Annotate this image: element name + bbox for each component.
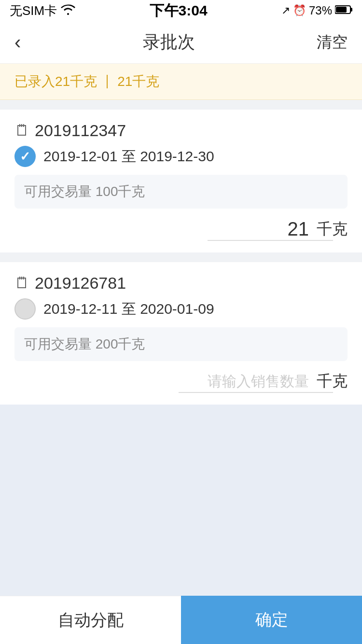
input-row-2: 请输入销售数量 千克: [0, 361, 362, 392]
spacer-area: [0, 405, 362, 596]
batch-1-id: 2019112347: [35, 121, 126, 140]
batch-item-2: 🗒 2019126781 2019-12-11 至 2020-01-09 可用交…: [0, 262, 362, 361]
battery-icon: [335, 4, 352, 17]
batch-1-header: 🗒 2019112347: [14, 121, 348, 140]
batch-2-id: 2019126781: [35, 274, 126, 293]
back-button[interactable]: ‹: [14, 31, 21, 53]
page-title: 录批次: [143, 30, 195, 54]
alarm-icon: ⏰: [293, 4, 306, 17]
auto-distribute-button[interactable]: 自动分配: [0, 596, 181, 644]
clear-button[interactable]: 清空: [317, 32, 348, 53]
input-divider-2: [179, 392, 333, 393]
battery-text: 73%: [309, 4, 332, 17]
batch-1-icon: 🗒: [14, 122, 30, 140]
quantity-divider-1: [208, 240, 333, 241]
input-placeholder-2: 请输入销售数量: [208, 372, 309, 392]
content-area: 已录入21千克 21千克 🗒 2019112347 ✓ 2019-12-01 至…: [0, 64, 362, 596]
status-left: 无SIM卡: [10, 2, 75, 19]
location-icon: ↗: [281, 4, 290, 17]
info-banner: 已录入21千克 21千克: [0, 64, 362, 100]
batch-2-date: 2019-12-11 至 2020-01-09: [43, 299, 214, 319]
confirm-button[interactable]: 确定: [181, 596, 362, 644]
quantity-value-1: 21: [288, 218, 309, 240]
batch-2-icon: 🗒: [14, 274, 30, 292]
batch-2-header: 🗒 2019126781: [14, 274, 348, 293]
quantity-row-1: 21 千克: [0, 209, 362, 240]
status-time: 下午3:04: [150, 1, 208, 21]
status-bar: 无SIM卡 下午3:04 ↗ ⏰ 73%: [0, 0, 362, 21]
status-right: ↗ ⏰ 73%: [281, 4, 352, 17]
wifi-icon: [61, 3, 75, 18]
svg-rect-2: [336, 7, 347, 13]
svg-rect-1: [350, 8, 352, 12]
batch-item-1: 🗒 2019112347 ✓ 2019-12-01 至 2019-12-30 可…: [0, 110, 362, 209]
check-icon: ✓: [20, 149, 30, 164]
batch-card-1: 🗒 2019112347 ✓ 2019-12-01 至 2019-12-30 可…: [0, 110, 362, 252]
batch-2-date-row[interactable]: 2019-12-11 至 2020-01-09: [14, 298, 348, 320]
info-divider: [107, 75, 108, 88]
quantity-unit-1: 千克: [317, 219, 348, 240]
recorded-label: 已录入21千克: [14, 72, 97, 91]
batch-1-date-row[interactable]: ✓ 2019-12-01 至 2019-12-30: [14, 146, 348, 167]
batch-1-available: 可用交易量 100千克: [14, 175, 348, 209]
batch-1-date: 2019-12-01 至 2019-12-30: [43, 147, 214, 167]
batch-2-radio[interactable]: [14, 298, 36, 320]
batch-2-available: 可用交易量 200千克: [14, 327, 348, 361]
batch-card-2: 🗒 2019126781 2019-12-11 至 2020-01-09 可用交…: [0, 262, 362, 405]
recorded-value: 21千克: [117, 72, 159, 91]
nav-bar: ‹ 录批次 清空: [0, 21, 362, 64]
carrier-text: 无SIM卡: [10, 2, 57, 19]
input-unit-2: 千克: [317, 371, 348, 392]
bottom-bar: 自动分配 确定: [0, 596, 362, 644]
batch-1-radio[interactable]: ✓: [14, 146, 36, 167]
